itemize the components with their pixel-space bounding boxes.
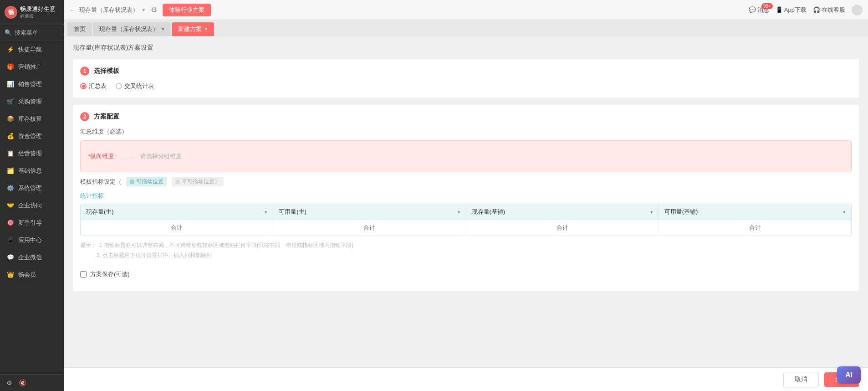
- finance-icon: 💰: [6, 132, 15, 140]
- step1-badge: 1: [80, 67, 89, 76]
- section-plan-config: 2 方案配置 汇总维度（必选） *纵向维度 —— 请选择分组维度 模板指标设定（…: [73, 105, 859, 291]
- stats-col-3-label: 现存量(基辅): [472, 208, 505, 216]
- message-button[interactable]: 💬 消息 99+: [749, 6, 769, 14]
- radio-cross-label: 交叉统计表: [124, 82, 154, 90]
- sidebar-item-newguide[interactable]: 🎯 新手引导: [0, 214, 64, 232]
- radio-summary-circle: [80, 83, 87, 89]
- sidebar-item-system[interactable]: ⚙️ 系统管理: [0, 180, 64, 197]
- sidebar-item-label: 资金管理: [18, 132, 42, 140]
- stats-col-3[interactable]: 现存量(基辅) ▾: [466, 204, 659, 220]
- sidebar-item-member[interactable]: 👑 畅会员: [0, 266, 64, 283]
- wechat-icon: 💬: [6, 253, 15, 262]
- sidebar-item-label: 快捷导航: [18, 46, 42, 54]
- sidebar-item-label: 库存核算: [18, 115, 42, 123]
- topbar-chevron[interactable]: ▾: [142, 6, 145, 13]
- sidebar-item-purchase[interactable]: 🛒 采购管理: [0, 93, 64, 110]
- newguide-icon: 🎯: [6, 219, 15, 227]
- stats-cell-2: 合计: [273, 220, 466, 236]
- experience-industry-button[interactable]: 体验行业方案: [163, 4, 211, 16]
- hint-prefix: 提示：: [80, 241, 97, 251]
- sidebar-item-finance[interactable]: 💰 资金管理: [0, 128, 64, 145]
- radio-summary[interactable]: 汇总表: [80, 82, 107, 90]
- indicator-movable-tag: 可拖动位置: [126, 177, 167, 186]
- chevron-down-icon: ▾: [458, 209, 460, 215]
- section-template-header: 1 选择模板: [80, 67, 852, 76]
- topbar-settings-icon[interactable]: ⚙: [149, 4, 159, 16]
- sidebar-item-base[interactable]: 🗂️ 基础信息: [0, 162, 64, 180]
- breadcrumb-title: 现存量（库存状况表）: [79, 6, 138, 14]
- save-label: 方案保存(可选): [90, 270, 130, 278]
- tab-new-plan[interactable]: 新建方案 ×: [172, 22, 214, 36]
- back-arrow[interactable]: ←: [69, 6, 76, 14]
- sidebar-item-marketing[interactable]: 🎁 营销推广: [0, 58, 64, 76]
- sidebar-item-label: 应用中心: [18, 236, 42, 244]
- stats-col-4-label: 可用量(基辅): [664, 208, 698, 216]
- app-logo-icon: 畅: [5, 6, 17, 19]
- save-row: 方案保存(可选): [80, 265, 852, 284]
- stats-label: 统计指标: [80, 192, 852, 200]
- apps-icon: 📱: [6, 236, 15, 244]
- stats-col-2[interactable]: 可用量(主) ▾: [273, 204, 466, 220]
- sidebar-item-label: 企业协同: [18, 201, 42, 210]
- online-service-label: 在线客服: [822, 6, 845, 14]
- tab-inventory-close[interactable]: ×: [161, 26, 164, 32]
- ai-button[interactable]: Ai: [837, 366, 861, 384]
- sidebar-item-apps[interactable]: 📱 应用中心: [0, 232, 64, 249]
- sidebar-item-cooperation[interactable]: 🤝 企业协同: [0, 197, 64, 214]
- sidebar-item-management[interactable]: 📋 经营管理: [0, 145, 64, 162]
- stats-cell-3: 合计: [466, 220, 659, 236]
- shortcut-icon: ⚡: [6, 46, 15, 54]
- user-avatar[interactable]: [852, 5, 863, 15]
- indicator-static-tag: 不可拖动位置）: [172, 177, 224, 186]
- cooperation-icon: 🤝: [6, 201, 15, 210]
- inventory-icon: 📦: [6, 115, 15, 123]
- sidebar-item-label: 销售管理: [18, 80, 42, 88]
- cancel-button[interactable]: 取消: [783, 372, 819, 387]
- search-icon: 🔍: [5, 29, 12, 36]
- chevron-down-icon: ▾: [843, 209, 846, 215]
- step2-badge: 2: [80, 112, 89, 121]
- chevron-down-icon: ▾: [265, 209, 267, 215]
- section-plan-header: 2 方案配置: [80, 112, 852, 121]
- tab-inventory[interactable]: 现存量（库存状况表） ×: [93, 22, 171, 36]
- sidebar-item-label: 企业微信: [18, 253, 42, 262]
- topbar: ← 现存量（库存状况表） ▾ ⚙ 体验行业方案 💬 消息 99+ 📱 App下载…: [64, 0, 868, 20]
- radio-cross[interactable]: 交叉统计表: [116, 82, 154, 90]
- tab-home[interactable]: 首页: [67, 22, 92, 36]
- save-checkbox[interactable]: [80, 271, 87, 278]
- marketing-icon: 🎁: [6, 63, 15, 71]
- sidebar-item-label: 基础信息: [18, 167, 42, 175]
- settings-footer-btn[interactable]: ⚙: [6, 379, 12, 386]
- indicator-settings-text: 模板指标设定（: [80, 178, 122, 186]
- headset-icon: 🎧: [813, 6, 820, 13]
- hint-line-2: 2. 点击标题栏下拉可设置排序、插入列和删除列: [80, 251, 852, 261]
- stats-col-1[interactable]: 现存量(主) ▾: [81, 204, 273, 220]
- sidebar: 畅 畅康通好生意 标准版 🔍 搜索菜单 ⚡ 快捷导航 🎁 营销推广 📊 销售管理…: [0, 0, 64, 391]
- phone-icon: 📱: [776, 6, 783, 13]
- online-service-button[interactable]: 🎧 在线客服: [813, 6, 845, 14]
- app-download-button[interactable]: 📱 App下载: [776, 6, 807, 14]
- sound-footer-btn[interactable]: 🔇: [19, 379, 26, 386]
- avatar: [852, 5, 863, 15]
- sidebar-item-label: 新手引导: [18, 219, 42, 227]
- sidebar-item-sales[interactable]: 📊 销售管理: [0, 76, 64, 93]
- message-badge: 99+: [761, 3, 773, 9]
- dimension-label: 汇总维度（必选）: [80, 128, 852, 136]
- indicator-static-label: 不可拖动位置）: [182, 178, 220, 185]
- dimension-box[interactable]: *纵向维度 —— 请选择分组维度: [80, 140, 852, 172]
- sidebar-item-label: 系统管理: [18, 184, 42, 192]
- hint-section: 提示： 1.拖动标题栏可以调整布局，不可跨维度或指标区域拖动栏目字段(只能在同一…: [80, 236, 852, 265]
- tab-new-plan-close[interactable]: ×: [204, 26, 208, 32]
- sidebar-item-shortcut[interactable]: ⚡ 快捷导航: [0, 41, 64, 58]
- sidebar-item-inventory[interactable]: 📦 库存核算: [0, 110, 64, 128]
- footer-bar: 取消 查询: [64, 367, 868, 391]
- sidebar-search[interactable]: 🔍 搜索菜单: [0, 25, 64, 41]
- sales-icon: 📊: [6, 80, 15, 88]
- stats-table: 现存量(主) ▾ 可用量(主) ▾ 现存量(基辅) ▾ 可用量(基辅) ▾: [80, 204, 852, 236]
- dimension-dash: ——: [121, 153, 133, 160]
- sidebar-item-wechat[interactable]: 💬 企业微信: [0, 249, 64, 266]
- stats-col-4[interactable]: 可用量(基辅) ▾: [659, 204, 851, 220]
- member-icon: 👑: [6, 271, 15, 279]
- system-icon: ⚙️: [6, 184, 15, 192]
- static-dot: [175, 180, 180, 184]
